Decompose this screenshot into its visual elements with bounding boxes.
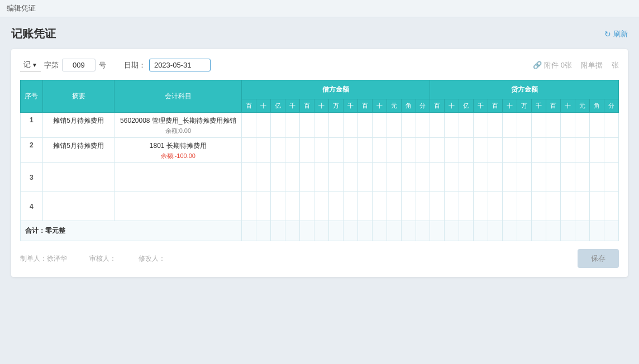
debit-d8-r1[interactable] (343, 113, 357, 138)
credit-d7-r1[interactable] (517, 113, 532, 138)
credit-d1-r4[interactable] (430, 192, 445, 221)
debit-d6-r1[interactable] (314, 113, 328, 138)
credit-d9-r4[interactable] (546, 192, 560, 221)
debit-d1-r4[interactable] (242, 192, 256, 221)
debit-d10-r3[interactable] (372, 163, 387, 192)
credit-d4-r1[interactable] (474, 113, 488, 138)
debit-d9-r4[interactable] (357, 192, 372, 221)
credit-d9-r1[interactable] (546, 113, 560, 138)
debit-d8-r3[interactable] (343, 163, 357, 192)
debit-d7-r3[interactable] (328, 163, 343, 192)
save-button[interactable]: 保存 (578, 249, 619, 268)
debit-d11-r2[interactable] (387, 138, 401, 163)
debit-d8-r4[interactable] (343, 192, 357, 221)
credit-d12-r4[interactable] (589, 192, 604, 221)
credit-d5-r4[interactable] (488, 192, 503, 221)
attach-dan-label[interactable]: 附单据 (581, 60, 603, 70)
credit-d4-r4[interactable] (474, 192, 488, 221)
credit-d12-r2[interactable] (589, 138, 604, 163)
debit-d9-r3[interactable] (357, 163, 372, 192)
debit-d11-r4[interactable] (387, 192, 401, 221)
credit-d7-r4[interactable] (517, 192, 532, 221)
credit-d12-r3[interactable] (589, 163, 604, 192)
debit-d11-r1[interactable] (387, 113, 401, 138)
debit-d13-r1[interactable] (416, 113, 430, 138)
credit-d8-r2[interactable] (532, 138, 546, 163)
credit-d8-r1[interactable] (532, 113, 546, 138)
credit-d4-r3[interactable] (474, 163, 488, 192)
debit-d6-r2[interactable] (314, 138, 328, 163)
credit-d13-r2[interactable] (604, 138, 618, 163)
debit-d5-r3[interactable] (300, 163, 314, 192)
credit-d2-r3[interactable] (445, 163, 459, 192)
credit-d3-r2[interactable] (459, 138, 474, 163)
debit-d3-r4[interactable] (271, 192, 285, 221)
debit-d12-r1[interactable] (401, 113, 416, 138)
debit-d10-r1[interactable] (372, 113, 387, 138)
debit-d3-r3[interactable] (271, 163, 285, 192)
credit-d5-r2[interactable] (488, 138, 503, 163)
credit-d4-r2[interactable] (474, 138, 488, 163)
credit-d13-r3[interactable] (604, 163, 618, 192)
credit-d9-r3[interactable] (546, 163, 560, 192)
credit-d6-r1[interactable] (503, 113, 517, 138)
credit-d11-r1[interactable] (575, 113, 589, 138)
credit-d3-r4[interactable] (459, 192, 474, 221)
credit-d10-r3[interactable] (560, 163, 575, 192)
credit-d6-r4[interactable] (503, 192, 517, 221)
debit-d6-r3[interactable] (314, 163, 328, 192)
credit-d10-r2[interactable] (560, 138, 575, 163)
debit-d5-r1[interactable] (300, 113, 314, 138)
credit-d1-r1[interactable] (430, 113, 445, 138)
debit-d1-r2[interactable] (242, 138, 256, 163)
credit-d11-r3[interactable] (575, 163, 589, 192)
row-summary-3[interactable] (42, 163, 115, 192)
debit-d5-r4[interactable] (300, 192, 314, 221)
debit-d1-r3[interactable] (242, 163, 256, 192)
credit-d7-r3[interactable] (517, 163, 532, 192)
debit-d1-r1[interactable] (242, 113, 256, 138)
credit-d2-r4[interactable] (445, 192, 459, 221)
debit-d11-r3[interactable] (387, 163, 401, 192)
attach-link[interactable]: 🔗 附件 0张 (533, 60, 572, 70)
row-account-3[interactable] (115, 163, 242, 192)
debit-d13-r4[interactable] (416, 192, 430, 221)
credit-d13-r1[interactable] (604, 113, 618, 138)
voucher-number-input[interactable] (62, 59, 96, 71)
debit-d13-r3[interactable] (416, 163, 430, 192)
credit-d8-r3[interactable] (532, 163, 546, 192)
debit-d12-r4[interactable] (401, 192, 416, 221)
debit-d2-r1[interactable] (256, 113, 271, 138)
prefix-dropdown[interactable]: 记 ▼ (20, 58, 41, 72)
credit-d8-r4[interactable] (532, 192, 546, 221)
debit-d4-r2[interactable] (285, 138, 300, 163)
debit-d3-r1[interactable] (271, 113, 285, 138)
debit-d10-r2[interactable] (372, 138, 387, 163)
debit-d7-r4[interactable] (328, 192, 343, 221)
debit-d9-r2[interactable] (357, 138, 372, 163)
credit-d13-r4[interactable] (604, 192, 618, 221)
credit-d7-r2[interactable] (517, 138, 532, 163)
credit-d3-r3[interactable] (459, 163, 474, 192)
debit-d2-r2[interactable] (256, 138, 271, 163)
debit-d5-r2[interactable] (300, 138, 314, 163)
credit-d11-r4[interactable] (575, 192, 589, 221)
debit-d12-r3[interactable] (401, 163, 416, 192)
debit-d8-r2[interactable] (343, 138, 357, 163)
refresh-button[interactable]: ↻ 刷新 (604, 29, 628, 39)
debit-d2-r4[interactable] (256, 192, 271, 221)
credit-d10-r4[interactable] (560, 192, 575, 221)
row-summary-1[interactable]: 摊销5月待摊费用 (42, 113, 115, 138)
credit-d2-r2[interactable] (445, 138, 459, 163)
date-input[interactable] (149, 59, 211, 71)
credit-d2-r1[interactable] (445, 113, 459, 138)
credit-d9-r2[interactable] (546, 138, 560, 163)
debit-d9-r1[interactable] (357, 113, 372, 138)
credit-d5-r3[interactable] (488, 163, 503, 192)
credit-d12-r1[interactable] (589, 113, 604, 138)
row-summary-4[interactable] (42, 192, 115, 221)
row-account-2[interactable]: 1801 长期待摊费用 余额:-100.00 (115, 138, 242, 163)
credit-d11-r2[interactable] (575, 138, 589, 163)
debit-d6-r4[interactable] (314, 192, 328, 221)
row-account-4[interactable] (115, 192, 242, 221)
